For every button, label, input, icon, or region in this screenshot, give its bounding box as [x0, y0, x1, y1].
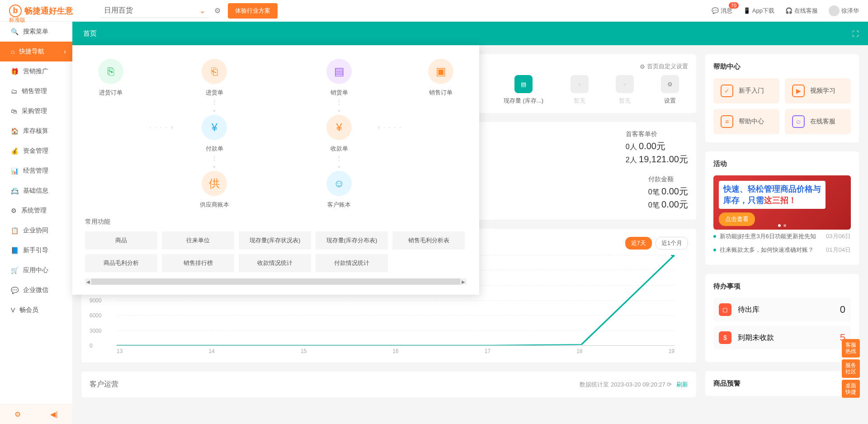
fn-sales-rank[interactable]: 销售排行榜 — [162, 254, 234, 272]
node-purchase[interactable]: ⎗进货单 — [202, 59, 227, 97]
sidebar-item-inventory[interactable]: 🏠库存核算 — [0, 121, 72, 141]
payment-icon: ¥ — [202, 115, 227, 140]
sidebar-item-funds[interactable]: 💰资金管理 — [0, 141, 72, 161]
logo-icon: b — [9, 5, 22, 17]
service-label: 在线客服 — [794, 7, 818, 15]
clipboard-icon: 📋 — [11, 227, 19, 234]
fn-sales-profit[interactable]: 销售毛利分析表 — [392, 231, 465, 250]
chart-tab-1m[interactable]: 近1个月 — [656, 237, 688, 250]
sidebar-item-sales[interactable]: 🗂销售管理 — [0, 81, 72, 101]
sidebar-item-collab[interactable]: 📋企业协同 — [0, 221, 72, 240]
sidebar-item-system[interactable]: ⚙系统管理 — [0, 201, 72, 221]
supplier-icon: 供 — [202, 171, 227, 196]
industry-dropdown[interactable]: 日用百货 ⌄ — [100, 4, 209, 18]
news-item-1[interactable]: 新功能|好生意3月6日功能更新抢先知03月06日 — [713, 230, 851, 243]
fn-stock-distribution[interactable]: 现存量(库存分布表) — [316, 231, 388, 250]
gear-icon[interactable]: ⚙ — [214, 6, 221, 15]
svg-point-0 — [671, 255, 675, 257]
dot-1[interactable] — [778, 224, 781, 227]
chart-icon: 📊 — [11, 167, 19, 174]
sidebar-item-marketing[interactable]: 🎁营销推广 — [0, 61, 72, 81]
bottom-title: 客户运营 — [90, 380, 118, 389]
sidebar-item-business[interactable]: 📊经营管理 — [0, 161, 72, 181]
tile-empty1[interactable]: ▫暂无 — [571, 75, 589, 105]
tile-inventory[interactable]: ▤现存量 (库存...) — [504, 75, 543, 105]
collapse-icon[interactable]: ◀| — [50, 410, 57, 419]
service-link[interactable]: 🎧 在线客服 — [785, 7, 818, 15]
bottom-card: 客户运营 数据统计至 2023-03-20 09:20:27 ⟳ 刷新 — [81, 372, 696, 397]
fn-product-profit[interactable]: 商品毛利分析 — [85, 254, 157, 272]
refresh-link[interactable]: 刷新 — [676, 381, 688, 388]
todo-title: 待办事项 — [713, 282, 851, 291]
dot-2[interactable] — [783, 224, 786, 227]
mobile-icon: 📱 — [743, 7, 750, 14]
tile-empty2[interactable]: ▫暂无 — [616, 75, 634, 105]
folder-icon: 🗂 — [11, 88, 17, 95]
receipt-icon: ¥ — [326, 115, 352, 140]
todo-outbound[interactable]: ◻待出库0 — [713, 298, 851, 321]
node-sales[interactable]: ▤销货单 — [326, 59, 352, 97]
sidebar-item-basic[interactable]: 📇基础信息 — [0, 181, 72, 201]
fn-contacts[interactable]: 往来单位 — [162, 231, 234, 250]
order-in-icon: ⎗ — [202, 59, 227, 84]
sidebar-item-purchase[interactable]: 🛍采购管理 — [0, 101, 72, 121]
activity-title: 活动 — [713, 160, 851, 168]
help-video[interactable]: ▶视频学习 — [785, 78, 851, 104]
tab-home[interactable]: 首页 — [83, 29, 97, 38]
node-supplier[interactable]: 供供应商账本 — [200, 171, 229, 209]
main: 首页 ⛶ ⚙首页自定义设置 ▦费用支出统计 ▤现存量 (库存...) ▫暂无 ▫… — [72, 22, 868, 424]
node-receipt[interactable]: ¥收款单 — [326, 115, 352, 153]
download-link[interactable]: 📱 App下载 — [743, 7, 774, 15]
node-customer[interactable]: ☺客户账本 — [326, 171, 352, 209]
arrow-down-icon: ⋮⌄ — [211, 99, 217, 113]
help-service[interactable]: ☺在线客服 — [785, 109, 851, 134]
kv-block-1: 首客客单价 0人 0.00元 2人 19,121.00元 — [626, 130, 688, 166]
user-menu[interactable]: 徐泽华 — [829, 5, 859, 16]
promo-text: 快速、轻松管理商品价格与 库存，只需这三招！ — [719, 181, 826, 209]
refresh-icon: ⟳ — [667, 381, 672, 388]
side-desktop[interactable]: 桌面 快捷 — [842, 380, 860, 398]
fn-product[interactable]: 商品 — [85, 231, 157, 250]
side-community[interactable]: 服务 社区 — [842, 359, 860, 378]
settings-icon[interactable]: ⚙ — [14, 410, 21, 419]
todo-receivable[interactable]: $到期未收款5 — [713, 326, 851, 349]
sidebar-item-wechat[interactable]: 💬企业微信 — [0, 280, 72, 300]
arrow-down-icon: ⋮⌄ — [211, 155, 217, 169]
fn-payment-stats[interactable]: 付款情况统计 — [316, 254, 388, 272]
fn-stock-status[interactable]: 现存量(库存状况表) — [239, 231, 311, 250]
node-sales-order[interactable]: ▣销售订单 — [428, 59, 453, 97]
fn-receipt-stats[interactable]: 收款情况统计 — [239, 254, 311, 272]
promo-banner[interactable]: 快速、轻松管理商品价格与 库存，只需这三招！ 点击查看 — [713, 175, 851, 230]
industry-value: 日用百货 — [104, 6, 133, 15]
headset-icon: 🎧 — [785, 7, 793, 14]
scroll-right-icon[interactable]: ▶ — [460, 278, 467, 285]
main-body: ⚙首页自定义设置 ▦费用支出统计 ▤现存量 (库存...) ▫暂无 ▫暂无 ⚙设… — [72, 45, 868, 406]
side-hotline[interactable]: 客服 热线 — [842, 339, 860, 358]
news-item-2[interactable]: 往来账款太多，如何快速准确对账？01月04日 — [713, 243, 851, 257]
experience-button[interactable]: 体验行业方案 — [228, 3, 278, 19]
node-purchase-order[interactable]: ⎘进货订单 — [98, 59, 123, 97]
help-beginner[interactable]: ✓新手入门 — [713, 78, 779, 104]
scroll-left-icon[interactable]: ◀ — [85, 278, 91, 285]
sidebar-item-search[interactable]: 🔍搜索菜单 — [0, 22, 72, 42]
book-icon: 📘 — [11, 247, 19, 254]
help-center[interactable]: ≡帮助中心 — [713, 109, 779, 134]
messages-link[interactable]: 💬 消息 70 — [712, 7, 732, 15]
node-payment[interactable]: ¥付款单 — [202, 115, 227, 153]
tile-settings[interactable]: ⚙设置 — [661, 75, 679, 105]
customize-link[interactable]: ⚙首页自定义设置 — [640, 62, 688, 71]
chart-tab-7d[interactable]: 近7天 — [625, 237, 652, 250]
flyout-scrollbar[interactable]: ◀ ▶ — [85, 278, 467, 285]
sidebar-item-apps[interactable]: 🛒应用中心 — [0, 260, 72, 280]
bullet-icon — [713, 235, 716, 238]
promo-button[interactable]: 点击查看 — [719, 212, 755, 226]
kv-block-2: 付款金额 0笔 0.00元 0笔 0.00元 — [648, 175, 688, 212]
sidebar-item-member[interactable]: V畅会员 — [0, 300, 72, 320]
scrollbar-thumb[interactable] — [91, 278, 460, 285]
brand-subtitle: 标准版 — [9, 16, 25, 24]
sidebar-item-guide[interactable]: 📘新手引导 — [0, 240, 72, 260]
avatar-icon — [829, 5, 840, 16]
sidebar-item-quicknav[interactable]: ⌂快捷导航› — [0, 42, 72, 61]
home-icon: ⌂ — [11, 48, 14, 55]
expand-icon[interactable]: ⛶ — [852, 30, 859, 38]
